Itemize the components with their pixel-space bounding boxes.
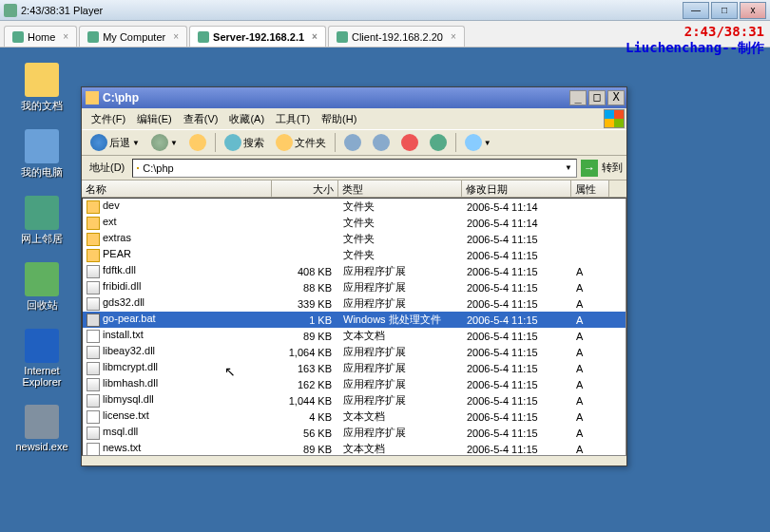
file-row[interactable]: libmysql.dll1,044 KB应用程序扩展2006-5-4 11:15…	[83, 392, 626, 408]
tab-server-192-168-2-1[interactable]: Server-192.168.2.1×	[189, 26, 326, 47]
desktop-icon-回收站[interactable]: 回收站	[11, 262, 72, 313]
desktop-icon-image	[25, 329, 59, 363]
tab-close-icon[interactable]: ×	[63, 31, 68, 42]
tab-home[interactable]: Home×	[4, 26, 77, 47]
column-header-type[interactable]: 类型	[338, 180, 462, 197]
file-row[interactable]: libmcrypt.dll163 KB应用程序扩展2006-5-4 11:15A	[83, 360, 626, 376]
desktop-icon-我的文档[interactable]: 我的文档	[11, 63, 72, 113]
explorer-close-button[interactable]: X	[607, 90, 625, 105]
file-date: 2006-5-4 11:15	[463, 314, 572, 326]
folder-icon	[86, 91, 99, 104]
column-header-size[interactable]: 大小	[272, 180, 338, 197]
file-type: 文件夹	[339, 200, 463, 214]
search-button[interactable]: 搜索	[220, 132, 269, 153]
column-header-date[interactable]: 修改日期	[462, 180, 571, 197]
tab-close-icon[interactable]: ×	[451, 31, 456, 42]
column-header-name[interactable]: 名称	[82, 180, 272, 197]
file-row[interactable]: news.txt89 KB文本文档2006-5-4 11:15A	[83, 441, 626, 456]
tab-close-icon[interactable]: ×	[173, 31, 179, 42]
menu-item[interactable]: 帮助(H)	[316, 110, 362, 128]
vm-maximize-button[interactable]: □	[711, 2, 738, 19]
vm-minimize-button[interactable]: —	[683, 2, 709, 19]
desktop-icon-我的电脑[interactable]: 我的电脑	[11, 129, 72, 180]
menu-item[interactable]: 编辑(E)	[131, 110, 178, 128]
address-value: C:\php	[143, 162, 561, 174]
forward-button[interactable]: ▼	[146, 132, 183, 153]
file-name: libmysql.dll	[103, 393, 154, 405]
file-attr: A	[572, 331, 610, 342]
tab-icon	[12, 31, 24, 43]
file-type: 应用程序扩展	[339, 296, 463, 311]
column-header-attr[interactable]: 属性	[571, 180, 609, 197]
folder-icon	[87, 249, 100, 262]
file-row[interactable]: fribidi.dll88 KB应用程序扩展2006-5-4 11:15A	[83, 279, 626, 295]
file-date: 2006-5-4 11:15	[463, 347, 572, 358]
file-name: ext	[103, 216, 117, 227]
address-input[interactable]: C:\php ▼	[132, 159, 577, 178]
explorer-maximize-button[interactable]: □	[588, 90, 606, 105]
file-date: 2006-5-4 11:15	[463, 234, 572, 245]
dll-icon	[87, 394, 100, 408]
file-row[interactable]: PEAR文件夹2006-5-4 11:15	[83, 247, 626, 263]
file-row[interactable]: extras文件夹2006-5-4 11:15	[83, 231, 626, 247]
file-row[interactable]: ext文件夹2006-5-4 11:14	[83, 215, 626, 231]
file-type: 文件夹	[339, 232, 463, 246]
desktop-icon-label: 回收站	[11, 298, 72, 313]
tab-client-192-168-2-20[interactable]: Client-192.168.2.20×	[328, 26, 465, 47]
file-row[interactable]: install.txt89 KB文本文档2006-5-4 11:15A	[83, 328, 626, 344]
desktop-icon-Internet Explorer[interactable]: Internet Explorer	[11, 329, 72, 388]
file-row[interactable]: fdftk.dll408 KB应用程序扩展2006-5-4 11:15A	[83, 263, 626, 279]
file-row[interactable]: license.txt4 KB文本文档2006-5-4 11:15A	[83, 408, 626, 425]
file-name: fdftk.dll	[103, 264, 136, 276]
file-date: 2006-5-4 11:15	[463, 298, 572, 310]
file-date: 2006-5-4 11:15	[463, 395, 572, 407]
up-button[interactable]	[184, 132, 211, 153]
address-dropdown-icon[interactable]: ▼	[565, 163, 572, 172]
file-row[interactable]: libmhash.dll162 KB应用程序扩展2006-5-4 11:15A	[83, 376, 626, 392]
undo-button[interactable]	[425, 132, 452, 153]
file-size: 89 KB	[273, 444, 339, 455]
address-bar: 地址(D) C:\php ▼ → 转到	[82, 156, 626, 180]
go-button-label[interactable]: 转到	[602, 161, 623, 175]
explorer-title-bar[interactable]: C:\php _ □ X	[82, 87, 626, 108]
folders-button[interactable]: 文件夹	[271, 132, 331, 153]
go-button-icon[interactable]: →	[581, 160, 598, 177]
file-row[interactable]: go-pear.bat1 KBWindows 批处理文件2006-5-4 11:…	[83, 312, 626, 328]
folders-label: 文件夹	[295, 136, 326, 150]
file-row[interactable]: msql.dll56 KB应用程序扩展2006-5-4 11:15A	[83, 425, 626, 441]
vm-close-button[interactable]: x	[740, 2, 766, 19]
file-list[interactable]: dev文件夹2006-5-4 11:14ext文件夹2006-5-4 11:14…	[82, 198, 626, 456]
menu-item[interactable]: 文件(F)	[86, 110, 131, 128]
vm-app-icon	[4, 4, 17, 17]
file-name: libmhash.dll	[103, 377, 158, 389]
share-button[interactable]	[339, 132, 366, 153]
tab-label: Home	[28, 31, 55, 43]
file-row[interactable]: dev文件夹2006-5-4 11:14	[83, 199, 626, 215]
tab-close-icon[interactable]: ×	[312, 31, 318, 42]
desktop[interactable]: C:\php _ □ X 文件(F)编辑(E)查看(V)收藏(A)工具(T)帮助…	[0, 48, 770, 532]
dll-icon	[87, 378, 100, 391]
explorer-toolbar: 后退▼ ▼ 搜索 文件夹 ▼	[82, 129, 626, 156]
tab-my-computer[interactable]: My Computer×	[79, 26, 187, 47]
explorer-minimize-button[interactable]: _	[569, 90, 587, 105]
desktop-icon-label: 网上邻居	[11, 232, 72, 246]
dll-icon	[87, 265, 100, 278]
menu-item[interactable]: 收藏(A)	[223, 110, 270, 128]
menu-item[interactable]: 查看(V)	[178, 110, 224, 128]
dll-icon	[87, 362, 100, 375]
desktop-icon-newsid.exe[interactable]: newsid.exe	[11, 405, 72, 452]
toolbar-separator	[335, 133, 336, 152]
sync-button[interactable]	[368, 132, 395, 153]
desktop-icon-网上邻居[interactable]: 网上邻居	[11, 196, 72, 246]
file-row[interactable]: gds32.dll339 KB应用程序扩展2006-5-4 11:15A	[83, 295, 626, 312]
tab-label: Server-192.168.2.1	[213, 31, 304, 43]
delete-button[interactable]	[396, 132, 423, 153]
file-name: license.txt	[103, 409, 149, 421]
views-button[interactable]: ▼	[460, 132, 496, 153]
file-row[interactable]: libeay32.dll1,064 KB应用程序扩展2006-5-4 11:15…	[83, 344, 626, 360]
file-size: 1,064 KB	[273, 347, 339, 358]
desktop-icon-label: 我的电脑	[11, 165, 72, 180]
menu-item[interactable]: 工具(T)	[270, 110, 316, 128]
file-date: 2006-5-4 11:14	[463, 201, 572, 213]
back-button[interactable]: 后退▼	[86, 132, 144, 153]
